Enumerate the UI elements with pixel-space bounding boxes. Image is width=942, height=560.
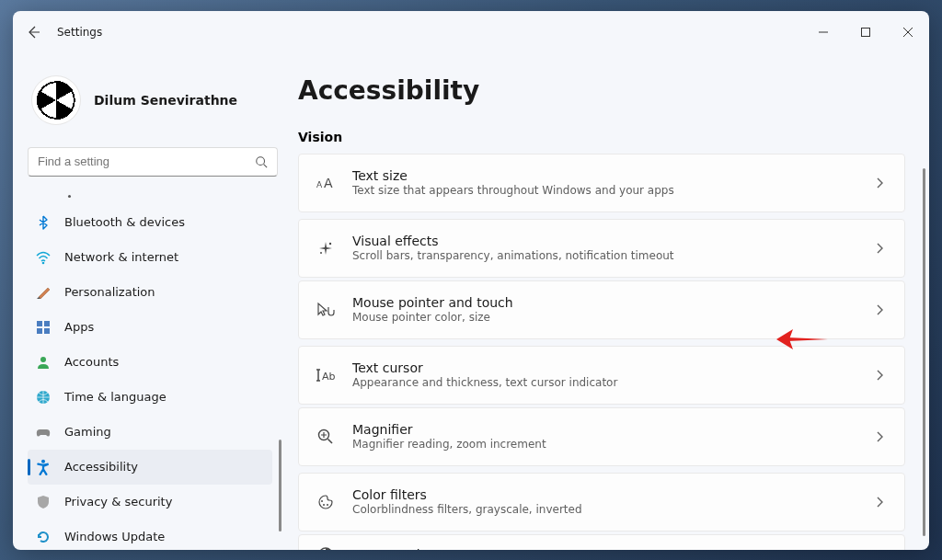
contrast-icon: [316, 544, 336, 550]
sidebar-item-time-language[interactable]: Time & language: [28, 380, 272, 415]
sidebar-item-label: Accessibility: [64, 460, 138, 474]
sidebar-item-label: Apps: [64, 320, 94, 334]
card-sub: Appearance and thickness, text cursor in…: [352, 376, 858, 389]
chevron-right-icon: [875, 177, 888, 189]
main-scrollbar[interactable]: [923, 168, 925, 536]
card-title: Text size: [352, 168, 858, 183]
minimize-button[interactable]: [802, 17, 844, 47]
chevron-right-icon: [875, 430, 888, 443]
card-sub: Scroll bars, transparency, animations, n…: [352, 249, 858, 262]
update-icon: [35, 529, 52, 545]
svg-rect-3: [37, 321, 42, 326]
titlebar: Settings: [13, 11, 929, 53]
text-size-icon: AA: [316, 173, 336, 193]
svg-point-2: [42, 261, 45, 264]
cursor-touch-icon: [316, 300, 336, 320]
sidebar-item-privacy-security[interactable]: Privacy & security: [28, 485, 272, 520]
sidebar-item-label: Personalization: [64, 285, 155, 299]
svg-point-12: [329, 242, 331, 244]
card-title: Contrast themes: [352, 547, 888, 550]
chevron-right-icon: [875, 242, 888, 255]
card-title: Magnifier: [352, 422, 858, 437]
magnifier-icon: [316, 427, 336, 447]
palette-icon: [316, 492, 336, 512]
card-sub: Text size that appears throughout Window…: [352, 184, 858, 197]
main-pane: Accessibility Vision AA Text size Text s…: [287, 53, 929, 550]
sidebar-item-apps[interactable]: Apps: [28, 310, 272, 345]
svg-point-18: [327, 504, 328, 506]
maximize-button[interactable]: [844, 17, 887, 47]
sidebar-item-accessibility[interactable]: Accessibility: [28, 450, 272, 485]
sidebar-item-label: Gaming: [64, 425, 111, 439]
card-mouse-pointer-touch[interactable]: Mouse pointer and touch Mouse pointer co…: [298, 280, 905, 339]
sidebar-item-label: Bluetooth & devices: [64, 215, 185, 229]
svg-point-1: [257, 156, 265, 165]
card-title: Visual effects: [352, 234, 858, 248]
back-button[interactable]: [26, 25, 40, 40]
sidebar-item-bluetooth-devices[interactable]: Bluetooth & devices: [28, 205, 272, 240]
gamepad-icon: [35, 424, 52, 440]
shield-icon: [35, 494, 52, 510]
sidebar-item-label: Accounts: [64, 355, 119, 369]
card-magnifier[interactable]: Magnifier Magnifier reading, zoom increm…: [298, 407, 905, 466]
avatar: [31, 75, 81, 125]
sidebar-item-gaming[interactable]: Gaming: [28, 415, 272, 450]
sidebar: Dilum Senevirathne Bluetooth & devices: [13, 53, 287, 550]
profile[interactable]: Dilum Senevirathne: [28, 64, 283, 147]
close-button[interactable]: [887, 17, 929, 47]
card-visual-effects[interactable]: Visual effects Scroll bars, transparency…: [298, 219, 905, 278]
svg-text:Ab: Ab: [322, 371, 335, 383]
chevron-right-icon: [875, 369, 888, 382]
sidebar-item-windows-update[interactable]: Windows Update: [28, 520, 272, 550]
svg-rect-6: [44, 328, 50, 334]
window-title: Settings: [57, 26, 102, 39]
sidebar-item-network-internet[interactable]: Network & internet: [28, 240, 272, 275]
svg-rect-4: [44, 321, 50, 326]
svg-point-7: [40, 357, 46, 362]
search-icon: [255, 155, 268, 168]
content: Dilum Senevirathne Bluetooth & devices: [13, 53, 929, 550]
text-cursor-icon: Ab: [316, 365, 336, 385]
svg-text:A: A: [324, 176, 333, 190]
sidebar-item-label: Network & internet: [64, 250, 178, 264]
sidebar-item-label: Windows Update: [64, 530, 165, 543]
sidebar-item-label: Privacy & security: [64, 495, 172, 509]
svg-text:A: A: [316, 180, 323, 189]
globe-clock-icon: [35, 389, 52, 406]
card-text-size[interactable]: AA Text size Text size that appears thro…: [298, 154, 905, 212]
paintbrush-icon: [35, 284, 52, 301]
window-controls: [802, 17, 929, 47]
search-input[interactable]: [38, 154, 255, 168]
chevron-right-icon: [875, 496, 888, 509]
svg-point-13: [320, 252, 322, 254]
sidebar-scrollbar[interactable]: [279, 440, 281, 531]
accessibility-icon: [35, 459, 52, 475]
chevron-right-icon: [875, 303, 888, 316]
sidebar-nav: Bluetooth & devices Network & internet P…: [28, 189, 283, 550]
svg-point-16: [321, 500, 323, 502]
svg-point-9: [41, 459, 45, 463]
page-title: Accessibility: [298, 75, 905, 106]
wifi-icon: [35, 249, 52, 266]
card-color-filters[interactable]: Color filters Colorblindness filters, gr…: [298, 473, 905, 531]
card-text-cursor[interactable]: Ab Text cursor Appearance and thickness,…: [298, 346, 905, 405]
profile-name: Dilum Senevirathne: [94, 93, 237, 108]
bluetooth-icon: [35, 214, 52, 231]
settings-window: Settings Dilum Senevirathne: [13, 11, 929, 550]
sidebar-item-label: Time & language: [64, 390, 167, 404]
sidebar-item-personalization[interactable]: Personalization: [28, 275, 272, 310]
card-sub: Magnifier reading, zoom increment: [352, 438, 858, 451]
card-sub: Colorblindness filters, grayscale, inver…: [352, 503, 858, 516]
svg-rect-0: [862, 28, 870, 36]
sidebar-item-accounts[interactable]: Accounts: [28, 345, 272, 380]
card-contrast-themes[interactable]: Contrast themes: [298, 534, 905, 550]
svg-rect-5: [37, 328, 42, 334]
card-title: Color filters: [352, 487, 858, 502]
search-box[interactable]: [28, 147, 278, 177]
section-heading-vision: Vision: [298, 130, 905, 144]
card-sub: Mouse pointer color, size: [352, 311, 858, 324]
card-title: Mouse pointer and touch: [352, 295, 858, 310]
settings-card-list: AA Text size Text size that appears thro…: [298, 154, 905, 550]
person-icon: [35, 354, 52, 371]
sparkle-icon: [316, 238, 336, 258]
